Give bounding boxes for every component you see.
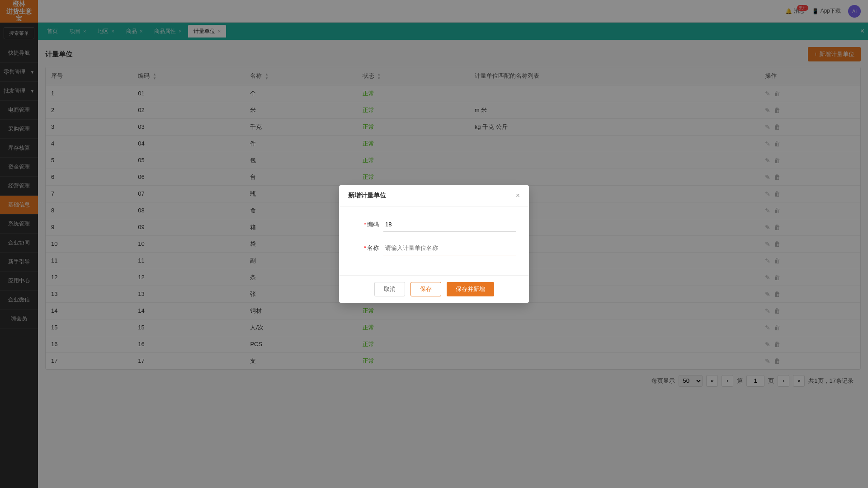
code-input[interactable] (383, 217, 516, 232)
save-button[interactable]: 保存 (410, 282, 441, 296)
modal-overlay: 新增计量单位 × *编码 *名称 取消 保存 保存并新增 (0, 0, 868, 488)
form-row-name: *名称 (352, 241, 516, 255)
add-unit-modal: 新增计量单位 × *编码 *名称 取消 保存 保存并新增 (339, 185, 529, 303)
modal-title: 新增计量单位 (348, 192, 386, 200)
name-input[interactable] (383, 241, 516, 255)
form-row-code: *编码 (352, 217, 516, 232)
modal-footer: 取消 保存 保存并新增 (339, 275, 529, 303)
code-label: *编码 (352, 221, 379, 229)
required-mark-2: * (364, 244, 366, 251)
modal-header: 新增计量单位 × (339, 185, 529, 206)
required-mark: * (364, 221, 366, 228)
name-label: *名称 (352, 244, 379, 252)
cancel-button[interactable]: 取消 (374, 282, 405, 296)
modal-body: *编码 *名称 (339, 206, 529, 275)
modal-close-button[interactable]: × (516, 192, 520, 200)
save-and-new-button[interactable]: 保存并新增 (447, 282, 494, 296)
